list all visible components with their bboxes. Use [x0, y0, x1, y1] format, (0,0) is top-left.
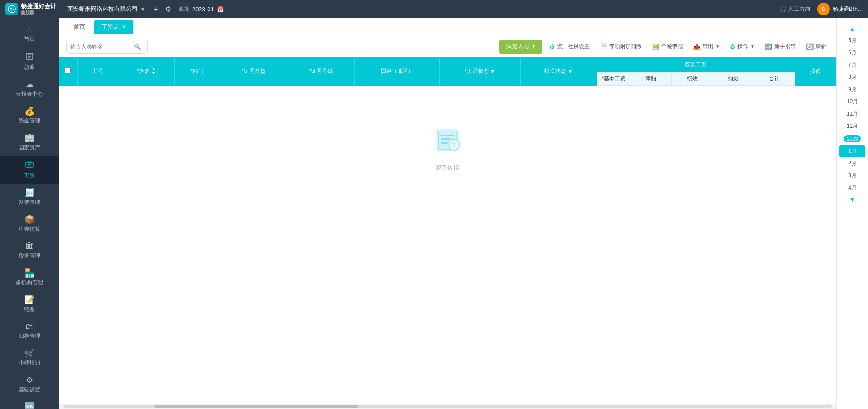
settings-icon[interactable]: ⚙ [165, 5, 171, 14]
mp-month-4[interactable]: 4月 [837, 182, 868, 194]
period-calendar-icon[interactable]: 📅 [217, 6, 224, 13]
mp-month-11[interactable]: 11月 [837, 108, 868, 120]
tab-close-icon[interactable]: ✕ [122, 24, 126, 30]
sidebar-item-settle[interactable]: 📝 结账 [0, 291, 59, 318]
sidebar-item-expense[interactable]: 🛒 小畅报销 [0, 345, 59, 371]
tab-home-label: 首页 [73, 23, 85, 31]
mp-down-arrow[interactable]: ▼ [849, 194, 856, 205]
sidebar-item-tax[interactable]: 🏛 税务管理 [0, 238, 59, 264]
refresh-icon: 🔄 [806, 43, 814, 50]
th-id-type: *证照类型 [220, 57, 287, 86]
company-selector[interactable]: 西安虾米网络科技有限公司 ▼ [67, 5, 145, 13]
horizontal-scrollbar[interactable] [63, 405, 832, 408]
sidebar-item-settings[interactable]: ⚙ 基础设置 [0, 371, 59, 398]
assets-icon: 🏢 [24, 134, 34, 142]
select-all-checkbox[interactable] [65, 68, 71, 73]
mp-month-12[interactable]: 12月 [837, 120, 868, 132]
company-name: 西安虾米网络科技有限公司 [67, 5, 138, 13]
content-area: 首页 工资表 ✕ 🔍 添加人员 ▼ ⚙ 统一社保设置 📄 [59, 18, 836, 409]
sidebar-item-home[interactable]: ⌂ 首页 [0, 21, 59, 48]
th-name[interactable]: *姓名 ▲▼ [118, 57, 175, 86]
th-performance: 绩效 [672, 72, 713, 86]
new-guide-action[interactable]: 🆕 新手引导 [762, 40, 799, 54]
operation-action[interactable]: ⚙ 操作 ▼ [727, 40, 757, 54]
tax-icon: 🏛 [25, 242, 34, 250]
headset-icon: 🎧 [780, 6, 786, 12]
th-dept: *部门 [175, 57, 220, 86]
empty-text: 暂无数据 [436, 164, 459, 172]
sidebar-item-report[interactable]: ☁ 云报表中心 [0, 76, 59, 102]
mp-month-3[interactable]: 3月 [837, 170, 868, 182]
empty-state-cell: :) 暂无数据 [59, 86, 836, 209]
status-filter-icon[interactable]: ▼ [490, 68, 495, 74]
add-icon[interactable]: ＋ [152, 5, 160, 14]
report-status-filter-icon[interactable]: ▼ [567, 68, 573, 74]
mp-month-9[interactable]: 9月 [837, 83, 868, 96]
archive-icon: 🗂 [25, 322, 34, 331]
mp-month-7[interactable]: 7月 [837, 59, 868, 71]
header-icons: ＋ ⚙ [152, 5, 171, 14]
ledger-icon [25, 52, 34, 62]
mp-month-1[interactable]: 1月 [839, 145, 865, 157]
mp-up-arrow[interactable]: ▲ [849, 24, 856, 34]
add-person-label: 添加人员 [506, 43, 529, 51]
mp-month-5[interactable]: 5月 [837, 34, 868, 47]
sidebar-item-payroll[interactable]: 工资 [0, 156, 59, 184]
sidebar-item-inventory[interactable]: 📦 库存核算 [0, 211, 59, 238]
mp-month-2[interactable]: 2月 [837, 157, 868, 170]
export-action[interactable]: 📤 导出 ▼ [690, 40, 723, 54]
toolbar: 🔍 添加人员 ▼ ⚙ 统一社保设置 📄 专项附加扣除 🧮 个税申报 📤 导出 [59, 36, 836, 57]
svg-text::): :) [452, 141, 455, 148]
operation-dropdown-icon: ▼ [750, 44, 755, 49]
name-sort-icon: ▲▼ [151, 67, 155, 75]
empty-state: :) 暂无数据 [59, 86, 836, 208]
th-emp-no: 工号 [77, 57, 118, 86]
tab-payroll-table[interactable]: 工资表 ✕ [94, 20, 133, 34]
sidebar-item-guide[interactable]: 🆕 新手引导 [0, 398, 59, 409]
special-deduction-action[interactable]: 📄 专项附加扣除 [597, 40, 645, 54]
human-service-btn[interactable]: 🎧 人工咨询 [780, 5, 810, 13]
export-icon: 📤 [693, 43, 701, 50]
social-security-action[interactable]: ⚙ 统一社保设置 [547, 40, 592, 54]
sidebar-item-multiorg[interactable]: 🏪 多机构管理 [0, 264, 59, 291]
logo-area: 畅捷通好会计 旗舰版 [5, 3, 60, 15]
sidebar-item-archive[interactable]: 🗂 归档管理 [0, 318, 59, 345]
th-checkbox [59, 57, 77, 86]
mp-year-badge[interactable]: 2023 [844, 135, 860, 142]
scrollbar-area [59, 404, 836, 409]
search-input[interactable] [70, 44, 134, 50]
inventory-icon: 📦 [24, 215, 34, 224]
tab-payroll-label: 工资表 [102, 23, 119, 31]
sidebar-item-ledger[interactable]: 总账 [0, 48, 59, 76]
logo-text: 畅捷通好会计 旗舰版 [21, 3, 56, 15]
svg-rect-12 [441, 142, 448, 144]
mp-month-10[interactable]: 10月 [837, 96, 868, 108]
th-id-no: *证照号码 [287, 57, 355, 86]
user-avatar: B [817, 3, 830, 15]
tab-home[interactable]: 首页 [66, 20, 92, 34]
add-person-dropdown-icon: ▼ [531, 44, 536, 49]
personal-tax-action[interactable]: 🧮 个税申报 [649, 40, 686, 54]
th-deduction: 扣款 [713, 72, 754, 86]
main-layout: ⌂ 首页 总账 ☁ 云报表中心 💰 资金管理 🏢 固定资产 [0, 18, 868, 409]
period-area: 账期 2023-01 📅 [179, 5, 224, 13]
add-person-button[interactable]: 添加人员 ▼ [499, 40, 542, 54]
search-icon[interactable]: 🔍 [134, 43, 141, 50]
month-picker-panel: ▲ 5月 6月 7月 8月 9月 10月 11月 12月 2023 1月 2月 … [836, 18, 868, 409]
scrollbar-thumb[interactable] [154, 405, 358, 408]
settle-icon: 📝 [24, 296, 34, 304]
sidebar-item-funds[interactable]: 💰 资金管理 [0, 102, 59, 129]
user-button[interactable]: B 畅捷通B组... [817, 3, 863, 15]
settings-nav-icon: ⚙ [26, 376, 33, 384]
mp-month-6[interactable]: 6月 [837, 47, 868, 59]
personal-tax-icon: 🧮 [652, 43, 659, 50]
sidebar-item-invoice[interactable]: 🧾 发票管理 [0, 184, 59, 211]
mp-month-8[interactable]: 8月 [837, 71, 868, 83]
refresh-action[interactable]: 🔄 刷新 [803, 40, 829, 54]
svg-rect-5 [26, 162, 33, 167]
sidebar-item-assets[interactable]: 🏢 固定资产 [0, 129, 59, 156]
multiorg-icon: 🏪 [24, 269, 34, 277]
special-deduction-icon: 📄 [600, 43, 607, 50]
app-logo-icon [5, 3, 18, 15]
company-dropdown-icon: ▼ [141, 7, 145, 12]
